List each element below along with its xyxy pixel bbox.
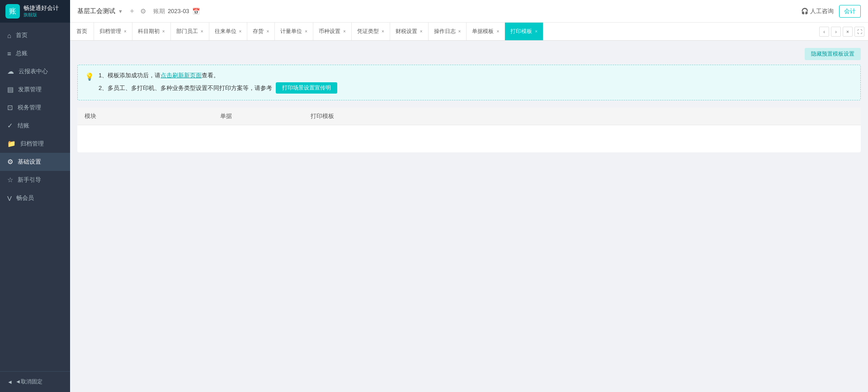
sidebar-item-ledger[interactable]: ≡ 总账	[0, 44, 70, 62]
tab-archive[interactable]: 归档管理 ×	[94, 23, 132, 40]
tab-taxset-label: 财税设置	[396, 28, 417, 35]
logo-name: 畅捷通好会计	[24, 5, 59, 12]
tab-printtemplate-label: 打印模板	[510, 28, 532, 35]
tab-voucher[interactable]: 凭证类型 ×	[352, 23, 390, 40]
sidebar-item-guide-label: 新手引导	[18, 176, 41, 184]
tab-singledoc-close-icon[interactable]: ×	[496, 29, 499, 34]
period-label: 账期	[153, 7, 165, 15]
hide-template-settings-button[interactable]: 隐藏预置模板设置	[805, 48, 861, 60]
settings-icon: ⚙	[7, 158, 13, 166]
tab-archive-close-icon[interactable]: ×	[124, 29, 127, 34]
sidebar-item-settings[interactable]: ⚙ 基础设置	[0, 153, 70, 171]
tax-icon: ⊡	[7, 104, 13, 112]
template-settings-bar: 隐藏预置模板设置	[77, 48, 861, 60]
topbar-right: 🎧 人工咨询 会计	[801, 5, 861, 18]
settings-gear-icon[interactable]: ⚙	[140, 7, 146, 15]
sidebar-item-ledger-label: 总账	[16, 49, 28, 57]
tab-partner-close-icon[interactable]: ×	[239, 29, 242, 34]
sidebar: 账 畅捷通好会计 旗舰版 ⌂ 首页 ≡ 总账 ☁ 云报表中心 ▤ 发票管理 ⊡ …	[0, 0, 70, 392]
tab-prev-button[interactable]: ‹	[819, 27, 829, 37]
kuaiji-label: 会计	[844, 8, 856, 14]
tab-singledoc-label: 单据模板	[472, 28, 494, 35]
kuaiji-button[interactable]: 会计	[839, 5, 861, 18]
tab-partner[interactable]: 往来单位 ×	[209, 23, 248, 40]
period-value: 2023-03	[168, 8, 189, 14]
notice-line1-post: 查看。	[202, 72, 219, 79]
notice-line-1: 1、模板添加成功后，请点击刷新新页面查看。	[99, 71, 853, 80]
tab-subject-close-icon[interactable]: ×	[162, 29, 165, 34]
calendar-icon[interactable]: 📅	[192, 8, 200, 15]
support-icon: 🎧	[801, 8, 808, 14]
tab-unit[interactable]: 计量单位 ×	[275, 23, 313, 40]
sidebar-item-invoice-label: 发票管理	[18, 85, 42, 94]
sidebar-item-archive-label: 归档管理	[20, 140, 44, 148]
tab-oplog[interactable]: 操作日志 ×	[429, 23, 467, 40]
notice-refresh-link[interactable]: 点击刷新新页面	[160, 72, 202, 79]
print-template-table: 模块 单据 打印模板	[77, 108, 861, 152]
sidebar-item-member-label: 畅会员	[16, 194, 34, 202]
sidebar-item-reports-label: 云报表中心	[19, 67, 48, 76]
sidebar-item-invoice[interactable]: ▤ 发票管理	[0, 80, 70, 99]
print-scene-button[interactable]: 打印场景设置宣传明	[276, 82, 337, 94]
tab-stock-close-icon[interactable]: ×	[266, 29, 269, 34]
reports-icon: ☁	[7, 67, 14, 76]
period-display: 账期 2023-03 📅	[153, 7, 200, 15]
col-doc: 单据	[213, 112, 303, 120]
sidebar-item-settle-label: 结账	[18, 122, 29, 130]
tab-unit-close-icon[interactable]: ×	[305, 29, 307, 34]
tab-department-close-icon[interactable]: ×	[201, 29, 203, 34]
sidebar-logo: 账 畅捷通好会计 旗舰版	[0, 0, 70, 23]
tabbar-nav: ‹ › × ⛶	[816, 27, 868, 37]
tab-stock[interactable]: 存货 ×	[247, 23, 275, 40]
sidebar-item-guide[interactable]: ☆ 新手引导	[0, 171, 70, 189]
support-button[interactable]: 🎧 人工咨询	[801, 7, 834, 15]
col-template: 打印模板	[303, 112, 861, 120]
sidebar-item-settings-label: 基础设置	[18, 158, 41, 166]
company-name: 基层工会测试	[77, 7, 115, 15]
guide-icon: ☆	[7, 176, 13, 184]
sidebar-item-settle[interactable]: ✓ 结账	[0, 117, 70, 135]
tab-printtemplate-close-icon[interactable]: ×	[535, 29, 538, 34]
tab-printtemplate[interactable]: 打印模板 ×	[505, 23, 543, 40]
tab-expand-button[interactable]: ⛶	[854, 27, 864, 37]
tab-singledoc[interactable]: 单据模板 ×	[467, 23, 505, 40]
sidebar-item-reports[interactable]: ☁ 云报表中心	[0, 62, 70, 80]
sidebar-item-archive[interactable]: 📁 归档管理	[0, 135, 70, 153]
sidebar-unpin[interactable]: ◄ ◄取消固定	[0, 371, 70, 392]
tab-currency[interactable]: 币种设置 ×	[313, 23, 352, 40]
sidebar-nav: ⌂ 首页 ≡ 总账 ☁ 云报表中心 ▤ 发票管理 ⊡ 税务管理 ✓ 结账 📁 归…	[0, 23, 70, 371]
tab-oplog-close-icon[interactable]: ×	[458, 29, 461, 34]
col-module: 模块	[77, 112, 213, 120]
tabbar: 首页 归档管理 × 科目期初 × 部门员工 × 往来单位 × 存货 × 计量单位…	[70, 23, 868, 41]
tab-next-button[interactable]: ›	[831, 27, 841, 37]
member-icon: V	[7, 194, 12, 202]
logo-sub: 旗舰版	[24, 12, 59, 18]
support-label: 人工咨询	[810, 7, 834, 15]
topbar: 基层工会测试 ▼ ＋ ⚙ 账期 2023-03 📅 🎧 人工咨询 会计	[70, 0, 868, 23]
notice-line2-pre: 2、多员工、多打印机、多种业务类型设置不同打印方案等，请参考	[99, 84, 272, 92]
unpin-icon: ◄	[7, 379, 13, 385]
tab-subject[interactable]: 科目期初 ×	[132, 23, 171, 40]
company-arrow-icon: ▼	[118, 9, 123, 14]
company-selector[interactable]: 基层工会测试 ▼	[77, 7, 123, 15]
tab-unit-label: 计量单位	[280, 28, 302, 35]
table-body	[77, 125, 861, 152]
tab-home-label: 首页	[76, 28, 87, 35]
tab-oplog-label: 操作日志	[434, 28, 456, 35]
sidebar-item-home-label: 首页	[16, 31, 28, 39]
tab-home[interactable]: 首页	[70, 23, 94, 40]
notice-line1-pre: 1、模板添加成功后，请	[99, 72, 160, 79]
add-tab-button[interactable]: ＋	[128, 6, 136, 16]
tab-department-label: 部门员工	[176, 28, 198, 35]
tab-department[interactable]: 部门员工 ×	[171, 23, 209, 40]
sidebar-item-tax[interactable]: ⊡ 税务管理	[0, 99, 70, 117]
tab-close-all-button[interactable]: ×	[843, 27, 853, 37]
tab-currency-close-icon[interactable]: ×	[343, 29, 346, 34]
tab-voucher-close-icon[interactable]: ×	[382, 29, 384, 34]
sidebar-item-home[interactable]: ⌂ 首页	[0, 26, 70, 44]
tab-stock-label: 存货	[253, 28, 264, 35]
tab-taxset[interactable]: 财税设置 ×	[390, 23, 429, 40]
tab-taxset-close-icon[interactable]: ×	[420, 29, 423, 34]
home-icon: ⌂	[7, 32, 11, 39]
sidebar-item-member[interactable]: V 畅会员	[0, 189, 70, 207]
